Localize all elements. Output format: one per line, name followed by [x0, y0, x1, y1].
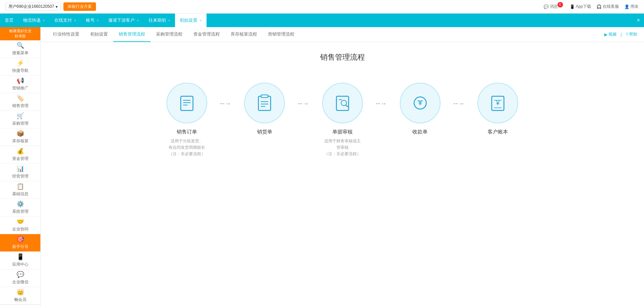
- sidebar-item-sales[interactable]: 🏷️ 销售管理: [0, 93, 40, 111]
- sidebar-label-guide: 新手引导: [12, 244, 28, 250]
- sidebar: 畅康通好生意标准版 🔍 搜索菜单 ⚡ 快捷导航 📢 营销推广 🏷️ 销售管理 🛒…: [0, 27, 41, 307]
- logistics-label: 物流快递: [23, 17, 41, 23]
- video-icon: ▶: [604, 32, 607, 37]
- flow-label-receipt: 收款单: [412, 129, 428, 135]
- flow-node-review: 单据审核 适用于财务审核或主管审核（注：非必要流程）: [312, 83, 373, 158]
- operation-icon: 📊: [17, 165, 24, 172]
- sub-tab-purchase-flow[interactable]: 采购管理流程: [151, 27, 188, 42]
- flow-circle-review[interactable]: [322, 83, 363, 123]
- review-icon: [333, 94, 352, 112]
- nav-tab-period[interactable]: 往来期初 ×: [144, 14, 175, 27]
- sidebar-label-finance: 资金管理: [12, 156, 28, 162]
- flow-arrow-4: --→: [451, 100, 467, 107]
- sub-tab-sales-flow[interactable]: 销售管理流程: [113, 27, 151, 42]
- service-link[interactable]: 🎧 在线客服: [597, 4, 619, 9]
- sub-tab-sales-flow-label: 销售管理流程: [119, 31, 145, 37]
- search-icon: 🔍: [17, 42, 24, 49]
- invite-label: 邀请下游客户: [108, 17, 135, 23]
- sidebar-item-basics[interactable]: 📋 基础信息: [0, 181, 40, 199]
- nav-tab-account[interactable]: 账号 ×: [81, 14, 103, 27]
- sub-tabs: 行业特性设置 初始设置 销售管理流程 采购管理流程 资金管理流程 库存核算流程: [41, 27, 644, 42]
- sub-tab-init[interactable]: 初始设置: [85, 27, 113, 42]
- main-layout: 畅康通好生意标准版 🔍 搜索菜单 ⚡ 快捷导航 📢 营销推广 🏷️ 销售管理 🛒…: [0, 27, 644, 307]
- sub-tab-industry[interactable]: 行业特性设置: [47, 27, 85, 42]
- phone-icon: 📱: [570, 4, 575, 9]
- sidebar-item-search[interactable]: 🔍 搜索菜单: [0, 40, 40, 58]
- flow-label-ledger: 客户账本: [488, 129, 508, 135]
- close-icon[interactable]: ×: [74, 18, 76, 22]
- close-icon[interactable]: ×: [168, 18, 170, 22]
- close-icon[interactable]: ×: [137, 18, 139, 22]
- svg-rect-0: [181, 96, 193, 110]
- message-link[interactable]: 💬 消息 6: [544, 4, 564, 9]
- video-link[interactable]: ▶ 视频: [604, 32, 617, 37]
- app-download-link[interactable]: 📱 App下载: [570, 4, 591, 9]
- flow-node-ledger: ¥ 客户账本: [467, 83, 528, 138]
- divider: |: [621, 32, 622, 37]
- sidebar-item-finance[interactable]: 💰 资金管理: [0, 146, 40, 164]
- nav-tab-init[interactable]: 初始设置 ×: [175, 14, 206, 27]
- message-icon: 💬: [544, 4, 549, 9]
- sales-order-icon: [177, 94, 196, 112]
- sidebar-label-inventory: 库存核算: [12, 138, 28, 144]
- sub-tabs-left: 行业特性设置 初始设置 销售管理流程 采购管理流程 资金管理流程 库存核算流程: [47, 27, 300, 42]
- sidebar-item-appcenter[interactable]: 📱 应用中心: [0, 252, 40, 269]
- help-link[interactable]: ? 帮助: [626, 32, 637, 37]
- sidebar-item-quicknav[interactable]: ⚡ 快捷导航: [0, 58, 40, 76]
- sidebar-item-marketing[interactable]: 📢 营销推广: [0, 76, 40, 93]
- quicknav-icon: ⚡: [17, 59, 24, 67]
- sub-tab-marketing-flow[interactable]: 营销管理流程: [262, 27, 300, 42]
- nav-tab-home[interactable]: 首页: [0, 14, 18, 27]
- flow-circle-delivery[interactable]: [244, 83, 285, 123]
- init-label: 初始设置: [180, 17, 197, 23]
- marketing-icon: 📢: [17, 77, 24, 84]
- user-link[interactable]: 👤 用友: [624, 4, 639, 9]
- inventory-icon: 📦: [17, 130, 24, 137]
- message-label: 消息: [550, 4, 558, 9]
- sub-tab-inventory-flow[interactable]: 库存核算流程: [225, 27, 262, 42]
- sub-tab-marketing-flow-label: 营销管理流程: [268, 31, 294, 37]
- flow-label-sales-order: 销售订单: [177, 129, 197, 135]
- flow-desc-sales-order: 适用于分批发货、有合同发货周期较长（注：非必要流程）: [169, 138, 205, 158]
- flow-node-receipt: ¥ 收款单: [390, 83, 451, 138]
- flow-circle-sales-order[interactable]: [167, 83, 207, 123]
- flow-circle-receipt[interactable]: ¥: [400, 83, 441, 123]
- username-label: 用友: [630, 4, 639, 9]
- sidebar-label-basics: 基础信息: [12, 191, 28, 197]
- nav-tab-invite[interactable]: 邀请下游客户 ×: [103, 14, 143, 27]
- sidebar-label-appcenter: 应用中心: [12, 262, 28, 267]
- flow-circle-ledger[interactable]: ¥: [477, 83, 518, 123]
- chevron-down-icon: ▾: [56, 4, 58, 9]
- experience-button[interactable]: 体验行业方案: [63, 2, 96, 11]
- flow-arrow-2: --→: [295, 100, 312, 107]
- sub-tab-inventory-flow-label: 库存核算流程: [231, 31, 257, 37]
- close-icon[interactable]: ×: [43, 18, 45, 22]
- service-label: 在线客服: [603, 4, 619, 9]
- nav-tab-logistics[interactable]: 物流快递 ×: [18, 14, 50, 27]
- nav-bar-close-btn[interactable]: ×: [637, 17, 640, 23]
- svg-rect-4: [258, 96, 271, 110]
- user-selector[interactable]: 用户690企业1660120507 ▾: [5, 3, 61, 11]
- sidebar-item-member[interactable]: 👑 畅会员: [0, 287, 40, 305]
- nav-tab-payment[interactable]: 在线支付 ×: [50, 14, 81, 27]
- close-icon[interactable]: ×: [97, 18, 99, 22]
- payment-label: 在线支付: [54, 17, 72, 23]
- close-icon[interactable]: ×: [199, 18, 201, 22]
- logo-text: 畅康通好生意标准版: [9, 28, 32, 39]
- sidebar-item-inventory[interactable]: 📦 库存核算: [0, 128, 40, 146]
- system-icon: ⚙️: [17, 200, 24, 208]
- sidebar-item-wechat[interactable]: 💬 企业微信: [0, 269, 40, 287]
- page-title: 销售管理流程: [54, 52, 630, 62]
- sidebar-item-collab[interactable]: 🤝 企业协同: [0, 217, 40, 234]
- flow-arrow-1: --→: [217, 100, 234, 107]
- sub-tab-init-label: 初始设置: [90, 31, 108, 37]
- sidebar-item-operation[interactable]: 📊 经营管理: [0, 164, 40, 181]
- sub-tabs-right: ▶ 视频 | ? 帮助: [604, 32, 637, 37]
- sub-tab-finance-flow-label: 资金管理流程: [193, 31, 220, 37]
- sub-tab-finance-flow[interactable]: 资金管理流程: [188, 27, 225, 42]
- wechat-icon: 💬: [17, 271, 24, 278]
- sidebar-item-guide[interactable]: 🎯 新手引导: [0, 234, 40, 252]
- member-icon: 👑: [17, 288, 24, 296]
- sidebar-item-purchase[interactable]: 🛒 采购管理: [0, 111, 40, 128]
- sidebar-item-system[interactable]: ⚙️ 系统管理: [0, 199, 40, 217]
